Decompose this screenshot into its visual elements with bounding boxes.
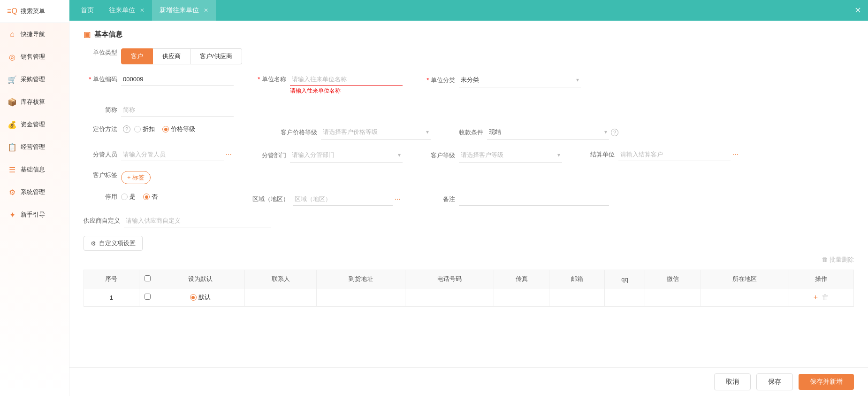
pricing-method-label: 定价方法	[84, 125, 121, 133]
row-default-label: 默认	[198, 293, 211, 302]
tab-partners[interactable]: 往来单位 ✕	[101, 0, 152, 21]
system-icon: ⚙	[8, 187, 17, 197]
row-add-btn[interactable]: +	[814, 293, 818, 302]
unit-category-value: 未分类	[461, 76, 576, 84]
save-button[interactable]: 保存	[756, 373, 793, 390]
row-default-circle	[190, 294, 197, 301]
settlement-unit-more-btn[interactable]: ···	[731, 150, 740, 159]
sidebar-item-search[interactable]: ≡Q 搜索菜单	[0, 0, 69, 23]
sidebar-item-basic-info[interactable]: ☰ 基础信息	[0, 158, 69, 181]
row-index: 1	[84, 288, 139, 307]
sidebar-item-system[interactable]: ⚙ 系统管理	[0, 181, 69, 203]
sidebar-item-quick-nav[interactable]: ⌂ 快捷导航	[0, 23, 69, 46]
row-supplier-custom: 供应商自定义	[84, 214, 854, 227]
contact-table-section: ⚙ 自定义项设置 🗑 批量删除 序号 设为默认 联系	[84, 236, 854, 307]
sidebar-item-new-guide[interactable]: ✦ 新手引导	[0, 203, 69, 226]
unit-name-label: 单位名称	[252, 75, 290, 84]
radio-price-level-circle	[162, 126, 169, 132]
select-all-checkbox[interactable]	[145, 275, 151, 281]
customer-level-chevron-icon: ▾	[557, 152, 560, 158]
region-more-btn[interactable]: ···	[393, 195, 403, 203]
row-action: + 🗑	[789, 288, 853, 307]
remark-label: 备注	[421, 195, 459, 203]
radio-price-level[interactable]: 价格等级	[162, 125, 195, 133]
unit-code-input[interactable]	[121, 73, 234, 86]
radio-disabled-yes[interactable]: 是	[121, 193, 136, 201]
tab-partners-close[interactable]: ✕	[140, 7, 145, 14]
sidebar-item-purchase[interactable]: 🛒 采购管理	[0, 68, 69, 91]
payment-terms-label: 收款条件	[449, 128, 487, 137]
supplier-custom-field: 供应商自定义	[84, 214, 271, 227]
sidebar-item-sales-label: 销售管理	[21, 53, 45, 61]
sidebar-item-sales[interactable]: ◎ 销售管理	[0, 46, 69, 68]
manager-input[interactable]	[121, 148, 224, 161]
tab-new-partner-close[interactable]: ✕	[204, 7, 208, 14]
unit-type-buttons: 客户 供应商 客户/供应商	[121, 48, 242, 64]
col-action: 操作	[789, 270, 853, 288]
unit-name-field: 单位名称 请输入往来单位名称	[252, 73, 403, 95]
pricing-help-icon[interactable]: ?	[123, 125, 130, 133]
remark-field: 备注	[421, 193, 609, 206]
row-default-radio[interactable]: 默认	[160, 293, 241, 302]
cancel-button[interactable]: 取消	[714, 373, 751, 390]
settlement-unit-label: 结算单位	[581, 150, 618, 159]
custom-settings-label: 自定义项设置	[99, 239, 136, 248]
section-basic-info: ▣ 基本信息	[84, 30, 854, 39]
sidebar-item-search-label: 搜索菜单	[21, 7, 45, 16]
row-delete-btn[interactable]: 🗑	[822, 293, 829, 302]
batch-delete-button[interactable]: 🗑 批量删除	[822, 256, 854, 264]
close-all-tabs-button[interactable]: ✕	[851, 4, 864, 17]
unit-name-input[interactable]	[290, 73, 403, 86]
sidebar-item-finance[interactable]: 💰 资金管理	[0, 113, 69, 136]
tab-new-partner-label: 新增往来单位	[160, 6, 199, 15]
short-name-field: 简称	[84, 103, 234, 116]
add-tag-button[interactable]: + 标签	[121, 171, 151, 184]
price-level-placeholder: 请选择客户价格等级	[323, 128, 426, 136]
supplier-custom-input[interactable]	[124, 214, 271, 227]
batch-delete-label: 批量删除	[830, 256, 854, 263]
unit-type-both-btn[interactable]: 客户/供应商	[190, 48, 242, 64]
radio-discount-circle	[134, 126, 141, 132]
radio-discount[interactable]: 折扣	[134, 125, 155, 133]
price-level-select[interactable]: 请选择客户价格等级 ▾	[321, 125, 431, 140]
payment-terms-select[interactable]: 现结 ▾	[487, 125, 609, 140]
tab-home[interactable]: 首页	[73, 0, 101, 21]
radio-no-label: 否	[152, 193, 158, 201]
col-address: 到货地址	[317, 270, 405, 288]
region-input[interactable]	[293, 193, 393, 206]
row-email	[549, 288, 605, 307]
unit-category-field: 单位分类 未分类 ▾	[421, 73, 581, 87]
table-header-row: 序号 设为默认 联系人 到货地址 电话号码 传真 邮箱 qq 微信 所在地区 操…	[84, 270, 854, 288]
radio-disabled-no[interactable]: 否	[143, 193, 158, 201]
row-checkbox[interactable]	[145, 294, 151, 300]
unit-category-select[interactable]: 未分类 ▾	[459, 73, 581, 87]
custom-settings-button[interactable]: ⚙ 自定义项设置	[84, 236, 143, 251]
col-email: 邮箱	[549, 270, 605, 288]
col-region: 所在地区	[700, 270, 789, 288]
customer-level-select[interactable]: 请选择客户等级 ▾	[459, 148, 562, 163]
tab-new-partner[interactable]: 新增往来单位 ✕	[152, 0, 216, 21]
sidebar-item-purchase-label: 采购管理	[21, 75, 45, 84]
row-code-name-category: 单位编码 单位名称 请输入往来单位名称 单位分类 未分类	[84, 73, 854, 95]
unit-type-supplier-btn[interactable]: 供应商	[153, 48, 190, 64]
department-select[interactable]: 请输入分管部门 ▾	[290, 148, 403, 163]
row-contact	[244, 288, 316, 307]
radio-price-level-label: 价格等级	[171, 125, 195, 133]
pricing-method-field: 定价方法 ? 折扣 价格等级	[84, 125, 262, 133]
save-new-button[interactable]: 保存并新增	[799, 374, 854, 390]
sidebar-item-system-label: 系统管理	[21, 188, 45, 196]
settlement-unit-input[interactable]	[618, 148, 731, 161]
sidebar-item-operations[interactable]: 📋 经营管理	[0, 136, 69, 158]
remark-input[interactable]	[459, 193, 609, 206]
radio-no-circle	[143, 194, 150, 200]
unit-type-customer-btn[interactable]: 客户	[121, 48, 153, 64]
sidebar-item-finance-label: 资金管理	[21, 120, 45, 129]
payment-help-icon[interactable]: ?	[611, 129, 618, 136]
gear-icon: ⚙	[91, 240, 96, 247]
col-checkbox	[139, 270, 156, 288]
disabled-label: 停用	[84, 193, 121, 201]
settlement-unit-field: 结算单位 ···	[581, 148, 740, 161]
sidebar-item-inventory[interactable]: 📦 库存核算	[0, 91, 69, 113]
manager-more-btn[interactable]: ···	[224, 150, 234, 159]
short-name-input[interactable]	[121, 103, 234, 116]
